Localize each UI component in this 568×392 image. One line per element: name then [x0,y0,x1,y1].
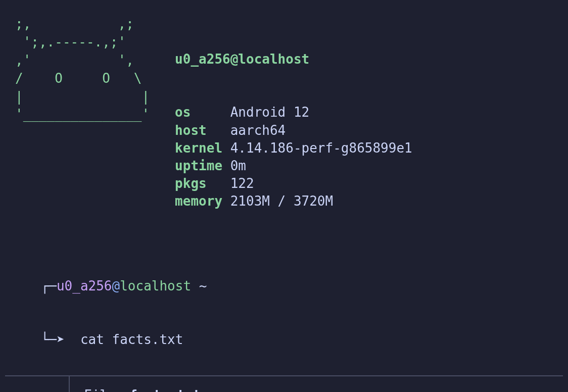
sysinfo-label: memory [175,192,222,210]
sysinfo-row: pkgs 122 [175,175,412,192]
system-info: u0_a256@localhost os Android 12host aarc… [175,15,412,246]
file-label: File: [84,386,123,392]
prompt-host: localhost [120,278,191,293]
prompt-user: u0_a256 [57,278,112,293]
sysinfo-row: memory 2103M / 3720M [175,192,412,210]
fetch-header: ;, ,; ';,.-----.,;' ,' ', / O O \ | | '_… [5,5,563,246]
sysinfo-value: aarch64 [222,123,286,138]
sysinfo-label: kernel [175,139,222,157]
sysinfo-value: Android 12 [222,105,309,120]
sysinfo-value: 0m [222,158,246,173]
prompt-1[interactable]: ┌─u0_a256@localhost ~ └─➤ cat facts.txt [5,260,563,366]
sysinfo-row: kernel 4.14.186-perf-g865899e1 [175,139,412,157]
prompt-corner-icon: ┌─ [41,278,57,293]
sysinfo-value: 2103M / 3720M [222,193,333,209]
sysinfo-title: u0_a256@localhost [175,51,412,68]
sysinfo-label: uptime [175,157,222,175]
sysinfo-row: host aarch64 [175,122,412,139]
file-header-gutter [5,376,70,392]
sysinfo-label: pkgs [175,175,222,192]
sysinfo-value: 4.14.186-perf-g865899e1 [222,140,412,156]
file-name: facts.txt [129,386,201,392]
sysinfo-label: host [175,122,222,139]
file-output-box: File: facts.txt 1Imagine using ios like … [5,375,563,392]
command-text: cat facts.txt [80,332,183,347]
prompt-arrow-icon: └─➤ [41,332,80,347]
sysinfo-row: os Android 12 [175,104,412,121]
ascii-art: ;, ,; ';,.-----.,;' ,' ', / O O \ | | '_… [15,15,150,124]
file-header-row: File: facts.txt [5,376,563,392]
prompt-path: ~ [191,278,207,293]
prompt-at: @ [112,278,120,293]
sysinfo-value: 122 [222,176,254,191]
sysinfo-label: os [175,104,222,121]
sysinfo-row: uptime 0m [175,157,412,175]
